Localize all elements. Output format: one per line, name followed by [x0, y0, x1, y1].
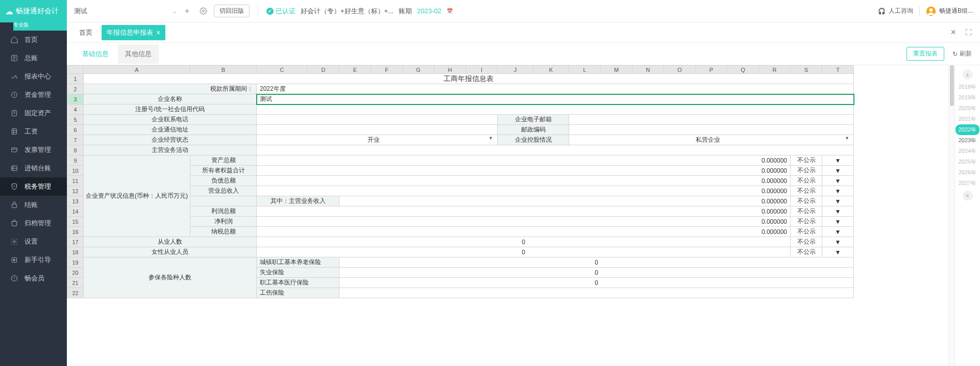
- row-5[interactable]: 5: [67, 115, 84, 125]
- col-Q[interactable]: Q: [727, 66, 759, 74]
- col-M[interactable]: M: [601, 66, 632, 74]
- asset-val-2[interactable]: 0.000000: [257, 176, 791, 186]
- emp-count-dd[interactable]: ▼: [822, 237, 854, 247]
- female-dd[interactable]: ▼: [822, 247, 854, 257]
- year-2018年[interactable]: 2018年: [955, 82, 979, 92]
- sidebar-item-10[interactable]: 归档管理: [0, 214, 67, 232]
- row-11[interactable]: 11: [67, 176, 84, 186]
- asset-disp-1[interactable]: 不公示: [791, 166, 822, 176]
- sidebar-item-6[interactable]: 发票管理: [0, 141, 67, 159]
- row-4[interactable]: 4: [67, 104, 84, 115]
- company-selector[interactable]: 测试 ⌵: [74, 7, 176, 16]
- asset-disp-2[interactable]: 不公示: [791, 176, 822, 186]
- col-J[interactable]: J: [498, 66, 533, 74]
- asset-val-7[interactable]: 0.000000: [257, 227, 791, 237]
- col-C[interactable]: C: [257, 66, 308, 74]
- asset-dd-1[interactable]: ▼: [822, 166, 854, 176]
- asset-val-1[interactable]: 0.000000: [257, 166, 791, 176]
- reset-report-button[interactable]: 重置报表: [906, 47, 944, 61]
- asset-disp-7[interactable]: 不公示: [791, 227, 822, 237]
- ins-val-3[interactable]: [339, 288, 854, 298]
- post-input[interactable]: [569, 125, 854, 135]
- year-2027年[interactable]: 2027年: [955, 178, 979, 189]
- row-8[interactable]: 8: [67, 145, 84, 155]
- row-9[interactable]: 9: [67, 155, 84, 166]
- close-all-icon[interactable]: ×: [946, 27, 960, 38]
- switch-old-button[interactable]: 切回旧版: [214, 5, 250, 17]
- sidebar-item-8[interactable]: 税务管理: [0, 177, 67, 196]
- addr-input[interactable]: [257, 125, 498, 135]
- email-input[interactable]: [569, 115, 854, 125]
- sidebar-item-2[interactable]: 报表中心: [0, 67, 67, 86]
- year-2021年[interactable]: 2021年: [955, 114, 979, 124]
- col-K[interactable]: K: [533, 66, 569, 74]
- row-17[interactable]: 17: [67, 237, 84, 247]
- holding-select[interactable]: 私营企业▼: [569, 135, 854, 145]
- row-10[interactable]: 10: [67, 166, 84, 176]
- user-name[interactable]: 畅捷通B组...: [939, 7, 973, 15]
- ins-val-0[interactable]: 0: [339, 257, 854, 268]
- col-D[interactable]: D: [308, 66, 339, 74]
- col-T[interactable]: T: [822, 66, 854, 74]
- calendar-icon[interactable]: 📅: [447, 8, 453, 14]
- period-value-cell[interactable]: 2022年度: [257, 84, 854, 94]
- row-16[interactable]: 16: [67, 227, 84, 237]
- fullscreen-icon[interactable]: ⛶: [962, 29, 975, 36]
- asset-dd-7[interactable]: ▼: [822, 227, 854, 237]
- asset-dd-3[interactable]: ▼: [822, 186, 854, 196]
- headset-icon[interactable]: 🎧: [878, 8, 886, 15]
- emp-count-disp[interactable]: 不公示: [791, 237, 822, 247]
- asset-val-3[interactable]: 0.000000: [257, 186, 791, 196]
- year-2019年[interactable]: 2019年: [955, 92, 979, 103]
- settings-gear-icon[interactable]: [198, 6, 209, 17]
- row-1[interactable]: 1: [67, 74, 84, 84]
- col-I[interactable]: I: [466, 66, 498, 74]
- phone-input[interactable]: [257, 115, 498, 125]
- sidebar-item-9[interactable]: 结账: [0, 196, 67, 214]
- sidebar-item-5[interactable]: 工资: [0, 122, 67, 141]
- year-2023年[interactable]: 2023年: [955, 135, 979, 146]
- year-2025年[interactable]: 2025年: [955, 156, 979, 167]
- col-O[interactable]: O: [664, 66, 696, 74]
- asset-disp-5[interactable]: 不公示: [791, 206, 822, 217]
- year-down-icon[interactable]: ▼: [963, 191, 973, 201]
- row-20[interactable]: 20: [67, 268, 84, 278]
- row-19[interactable]: 19: [67, 257, 84, 268]
- spreadsheet[interactable]: ABCDEFGHIJKLMNOPQRST1工商年报信息表2税款所属期间：2022…: [67, 65, 948, 366]
- close-tab-icon[interactable]: ×: [156, 29, 160, 37]
- year-2022年[interactable]: 2022年: [955, 124, 979, 135]
- asset-dd-2[interactable]: ▼: [822, 176, 854, 186]
- row-14[interactable]: 14: [67, 206, 84, 217]
- tab-home[interactable]: 首页: [72, 22, 100, 43]
- company-name-input[interactable]: 测试: [257, 94, 854, 104]
- ins-val-1[interactable]: 0: [339, 268, 854, 278]
- col-G[interactable]: G: [403, 66, 434, 74]
- sidebar-item-0[interactable]: 首页: [0, 31, 67, 49]
- sidebar-item-12[interactable]: 新手引导: [0, 251, 67, 269]
- asset-val-6[interactable]: 0.000000: [257, 217, 791, 227]
- emp-count-val[interactable]: 0: [257, 237, 791, 247]
- scrollbar[interactable]: [948, 65, 954, 366]
- sidebar-item-1[interactable]: 总账: [0, 49, 67, 67]
- year-2020年[interactable]: 2020年: [955, 103, 979, 114]
- asset-disp-4[interactable]: 不公示: [791, 196, 822, 206]
- asset-disp-6[interactable]: 不公示: [791, 217, 822, 227]
- female-disp[interactable]: 不公示: [791, 247, 822, 257]
- sidebar-item-11[interactable]: 设置: [0, 232, 67, 251]
- status-select[interactable]: 开业▼: [257, 135, 498, 145]
- asset-dd-5[interactable]: ▼: [822, 206, 854, 217]
- regcode-input[interactable]: [257, 104, 854, 115]
- row-21[interactable]: 21: [67, 278, 84, 288]
- tab-annual-report[interactable]: 年报信息申报表 ×: [102, 25, 165, 40]
- asset-disp-0[interactable]: 不公示: [791, 155, 822, 166]
- col-P[interactable]: P: [696, 66, 727, 74]
- asset-val-4[interactable]: 0.000000: [339, 196, 791, 206]
- avatar[interactable]: [926, 6, 936, 16]
- year-2024年[interactable]: 2024年: [955, 146, 979, 156]
- col-A[interactable]: A: [84, 66, 190, 74]
- sidebar-item-7[interactable]: 进销台账: [0, 159, 67, 177]
- asset-disp-3[interactable]: 不公示: [791, 186, 822, 196]
- col-R[interactable]: R: [759, 66, 791, 74]
- subtab-other[interactable]: 其他信息: [118, 44, 159, 64]
- row-7[interactable]: 7: [67, 135, 84, 145]
